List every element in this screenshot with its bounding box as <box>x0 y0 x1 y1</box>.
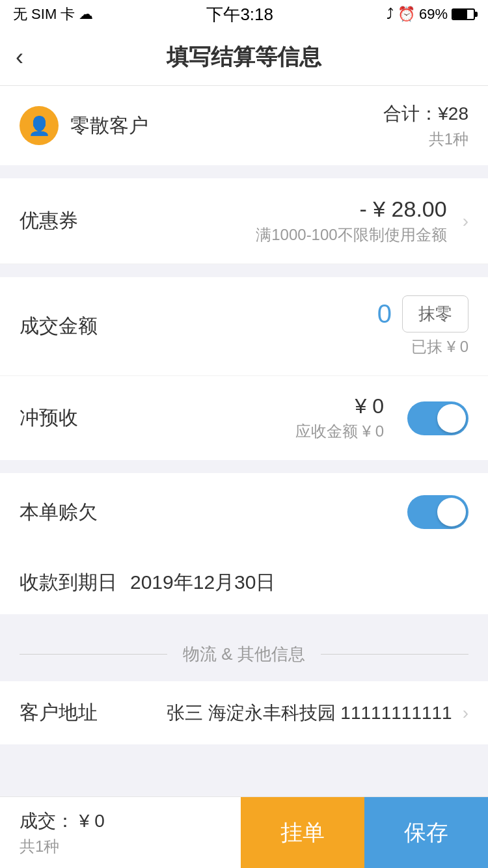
due-date-label: 收款到期日 <box>20 569 117 596</box>
transaction-amount-row: 成交金额 0 抹零 已抹 ¥ 0 <box>0 277 488 376</box>
debt-toggle[interactable] <box>407 495 468 529</box>
deal-amount: ¥ 0 <box>79 811 105 831</box>
section-gap-2 <box>0 264 488 277</box>
prepayment-toggle[interactable] <box>407 401 468 435</box>
prepayment-right: ¥ 0 应收金额 ¥ 0 <box>295 394 384 442</box>
transaction-amount-value[interactable]: 0 <box>377 299 392 329</box>
logistics-divider-right <box>321 654 468 655</box>
status-time: 下午3:18 <box>206 3 273 26</box>
customer-row: 👤 零散客户 合计：¥28 共1种 <box>0 86 488 165</box>
sim-label: 无 SIM 卡 ☁ <box>13 5 93 24</box>
deal-prefix: 成交： <box>20 811 74 831</box>
customer-info-left: 👤 零散客户 <box>20 106 148 145</box>
due-date-value: 2019年12月30日 <box>130 569 275 596</box>
logistics-label: 物流 & 其他信息 <box>183 643 305 666</box>
status-bar: 无 SIM 卡 ☁ 下午3:18 ⤴ ⏰ 69% <box>0 0 488 29</box>
already-rounded-text: 已抹 ¥ 0 <box>411 336 468 357</box>
bottom-summary: 成交： ¥ 0 共1种 <box>0 809 241 857</box>
section-gap-3 <box>0 460 488 473</box>
prepayment-label: 冲预收 <box>20 405 78 431</box>
prepayment-amount: ¥ 0 <box>355 394 384 418</box>
prepayment-row: 冲预收 ¥ 0 应收金额 ¥ 0 <box>0 376 488 460</box>
location-icon: ⤴ <box>386 6 394 23</box>
chevron-right-icon: › <box>463 211 468 232</box>
prepayment-sub: 应收金额 ¥ 0 <box>295 421 384 442</box>
battery-icon <box>452 8 475 20</box>
hang-button[interactable]: 挂单 <box>241 797 364 869</box>
section-gap-4 <box>0 614 488 627</box>
coupon-label: 优惠券 <box>20 208 78 234</box>
amount-input-area: 0 抹零 <box>377 295 468 332</box>
logistics-divider-left <box>20 654 167 655</box>
alarm-icon: ⏰ <box>398 6 415 23</box>
bottom-deal-label: 成交： ¥ 0 <box>20 809 221 834</box>
customer-name: 零散客户 <box>70 113 148 139</box>
debt-label: 本单赊欠 <box>20 499 98 526</box>
logistics-section-header: 物流 & 其他信息 <box>0 627 488 681</box>
total-count: 共1种 <box>383 129 468 150</box>
address-chevron-icon: › <box>463 703 468 724</box>
customer-info-right: 合计：¥28 共1种 <box>383 102 468 150</box>
nav-bar: ‹ 填写结算等信息 <box>0 29 488 86</box>
status-left: 无 SIM 卡 ☁ <box>13 5 93 24</box>
address-label: 客户地址 <box>20 699 98 726</box>
total-amount: 合计：¥28 <box>383 102 468 126</box>
address-right: 张三 海淀永丰科技园 11111111111 › <box>147 701 468 726</box>
due-date-row[interactable]: 收款到期日 2019年12月30日 <box>0 551 488 614</box>
toggle-knob <box>437 404 466 433</box>
address-value: 张三 海淀永丰科技园 11111111111 <box>167 701 452 726</box>
section-gap-1 <box>0 165 488 178</box>
address-row[interactable]: 客户地址 张三 海淀永丰科技园 11111111111 › <box>0 681 488 744</box>
bottom-count: 共1种 <box>20 836 221 857</box>
coupon-row[interactable]: 优惠券 - ¥ 28.00 满1000-100不限制使用金额 › <box>0 178 488 264</box>
avatar: 👤 <box>20 106 59 145</box>
transaction-amount-label: 成交金额 <box>20 313 98 340</box>
back-button[interactable]: ‹ <box>16 44 23 71</box>
save-button[interactable]: 保存 <box>364 797 488 869</box>
coupon-right: - ¥ 28.00 满1000-100不限制使用金额 › <box>256 197 468 245</box>
coupon-amount: - ¥ 28.00 <box>256 197 446 222</box>
battery-percent: 69% <box>419 6 448 23</box>
debt-toggle-knob <box>437 498 466 526</box>
bottom-bar: 成交： ¥ 0 共1种 挂单 保存 <box>0 796 488 868</box>
round-button[interactable]: 抹零 <box>402 295 468 332</box>
coupon-description: 满1000-100不限制使用金额 <box>256 224 446 245</box>
page-title: 填写结算等信息 <box>167 42 321 72</box>
debt-row: 本单赊欠 <box>0 473 488 551</box>
status-right: ⤴ ⏰ 69% <box>386 6 475 23</box>
